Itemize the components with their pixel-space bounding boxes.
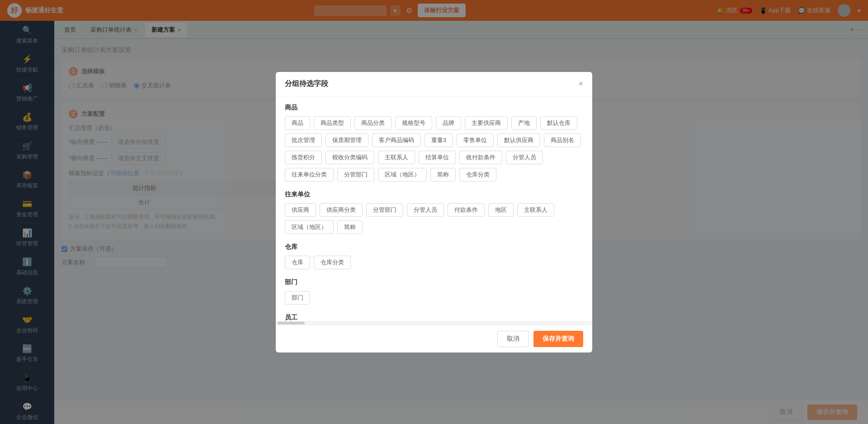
field-tag-partner-manager[interactable]: 分管人员 (407, 203, 444, 217)
field-tag-brand[interactable]: 品牌 (436, 116, 461, 130)
modal-title: 分组待选字段 (285, 79, 328, 89)
field-tag-default-warehouse[interactable]: 默认仓库 (540, 116, 577, 130)
modal-h-scroll-thumb (278, 322, 305, 324)
field-tag-payment-cond[interactable]: 付款条件 (448, 203, 485, 217)
field-tag-contact[interactable]: 主联系人 (517, 203, 554, 217)
section-partner-title: 往来单位 (285, 191, 583, 199)
field-tag-supplier-cat[interactable]: 供应商分类 (320, 203, 363, 217)
modal-body[interactable]: 商品 商品 商品类型 商品分类 规格型号 品牌 主要供应商 产地 默认仓库 批次… (276, 96, 592, 322)
field-tag-goods-cat[interactable]: 商品分类 (354, 116, 392, 130)
section-dept: 部门 部门 (285, 278, 583, 305)
field-tag-wh-cat[interactable]: 仓库分类 (314, 256, 351, 269)
section-goods: 商品 商品 商品类型 商品分类 规格型号 品牌 主要供应商 产地 默认仓库 批次… (285, 104, 583, 181)
field-tag-goods-type[interactable]: 商品类型 (314, 116, 351, 130)
section-staff-title: 员工 (285, 314, 583, 322)
section-dept-title: 部门 (285, 278, 583, 286)
dept-field-tags: 部门 (285, 291, 583, 305)
section-warehouse: 仓库 仓库 仓库分类 (285, 243, 583, 269)
section-goods-title: 商品 (285, 104, 583, 112)
field-tag-partner-dept[interactable]: 分管部门 (366, 203, 403, 217)
modal-dialog: 分组待选字段 × 商品 商品 商品类型 商品分类 规格型号 品牌 主要供应商 产… (276, 72, 592, 353)
modal-footer: 取消 保存并查询 (276, 325, 592, 353)
modal-close-btn[interactable]: × (578, 80, 583, 88)
section-warehouse-title: 仓库 (285, 243, 583, 251)
modal-h-scrollbar[interactable] (276, 321, 592, 324)
field-tag-spec[interactable]: 规格型号 (395, 116, 432, 130)
modal-header: 分组待选字段 × (276, 72, 592, 96)
modal-cancel-btn[interactable]: 取消 (497, 331, 529, 347)
field-tag-dept[interactable]: 部门 (285, 291, 310, 305)
field-tag-short-name[interactable]: 简称 (430, 168, 456, 181)
field-tag-batch[interactable]: 批次管理 (285, 133, 322, 147)
goods-field-tags: 商品 商品类型 商品分类 规格型号 品牌 主要供应商 产地 默认仓库 批次管理 … (285, 116, 583, 181)
warehouse-field-tags: 仓库 仓库分类 (285, 256, 583, 269)
section-partner: 往来单位 供应商 供应商分类 分管部门 分管人员 付款条件 地区 主联系人 区域… (285, 191, 583, 234)
field-tag-area[interactable]: 地区 (488, 203, 514, 217)
field-tag-tax-code[interactable]: 税收分类编码 (326, 151, 374, 164)
field-tag-origin[interactable]: 产地 (511, 116, 537, 130)
field-tag-payment-terms[interactable]: 收付款条件 (459, 151, 502, 164)
field-tag-main-contact[interactable]: 主联系人 (378, 151, 415, 164)
field-tag-wh[interactable]: 仓库 (285, 256, 310, 269)
field-tag-dept-manager[interactable]: 分管人员 (506, 151, 543, 164)
field-tag-dept-manage[interactable]: 分管部门 (337, 168, 374, 181)
field-tag-short2[interactable]: 简称 (337, 220, 363, 234)
section-staff: 员工 业务员 (285, 314, 583, 322)
field-tag-retail-unit[interactable]: 零售单位 (457, 133, 494, 147)
field-tag-weight[interactable]: 重量3 (425, 133, 453, 147)
field-tag-goods[interactable]: 商品 (285, 116, 310, 130)
field-tag-customer-code[interactable]: 客户商品编码 (372, 133, 421, 147)
field-tag-region[interactable]: 区域（地区） (378, 168, 427, 181)
field-tag-settlement-unit[interactable]: 结算单位 (419, 151, 456, 164)
field-tag-pick-score[interactable]: 拣货积分 (285, 151, 322, 164)
field-tag-alias[interactable]: 商品别名 (544, 133, 581, 147)
field-tag-default-supplier[interactable]: 默认供应商 (497, 133, 540, 147)
modal-overlay: 分组待选字段 × 商品 商品 商品类型 商品分类 规格型号 品牌 主要供应商 产… (0, 0, 868, 424)
modal-save-btn[interactable]: 保存并查询 (533, 331, 583, 347)
field-tag-expiry[interactable]: 保质期管理 (326, 133, 368, 147)
field-tag-partner-cat[interactable]: 往来单位分类 (285, 168, 334, 181)
partner-field-tags: 供应商 供应商分类 分管部门 分管人员 付款条件 地区 主联系人 区域（地区） … (285, 203, 583, 234)
field-tag-region2[interactable]: 区域（地区） (285, 220, 334, 234)
field-tag-main-supplier[interactable]: 主要供应商 (465, 116, 508, 130)
field-tag-supplier[interactable]: 供应商 (285, 203, 316, 217)
field-tag-warehouse-cat[interactable]: 仓库分类 (459, 168, 496, 181)
